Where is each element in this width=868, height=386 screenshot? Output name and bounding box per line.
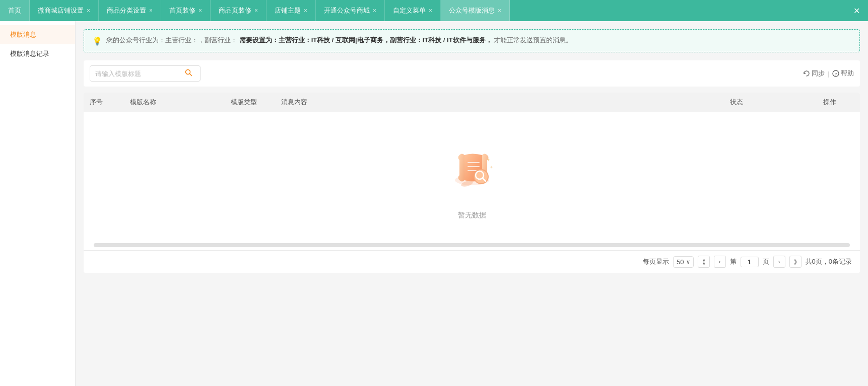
sidebar: 模版消息 模版消息记录 [0,21,76,386]
svg-line-1 [190,74,192,76]
page-size-select[interactable]: 50 ∨ [673,256,693,268]
sync-icon [803,70,810,77]
first-page-icon: ⟪ [702,259,705,265]
close-custom-menu[interactable]: × [429,7,432,14]
page-suffix: 页 [763,257,769,266]
divider: | [828,70,829,78]
pagination-bar: 每页显示 50 ∨ ⟪ ‹ 第 页 › ⟫ [84,250,860,273]
th-action: 操作 [799,93,860,112]
th-status: 状态 [724,93,799,112]
tab-template-msg[interactable]: 公众号模版消息 × [441,0,510,21]
next-page-button[interactable]: › [773,256,785,268]
sync-button[interactable]: 同步 [803,69,825,78]
search-button[interactable] [181,66,196,81]
search-right: 同步 | ? 帮助 [803,69,854,78]
prev-page-icon: ‹ [719,259,721,265]
sidebar-item-template-record[interactable]: 模版消息记录 [0,44,75,63]
first-page-button[interactable]: ⟪ [698,256,710,268]
sidebar-item-template-msg[interactable]: 模版消息 [0,25,75,44]
chevron-down-icon: ∨ [686,259,690,265]
th-name: 模版名称 [124,93,225,112]
search-input-wrap [90,65,201,82]
close-product-page[interactable]: × [254,7,258,14]
close-template-msg[interactable]: × [498,7,501,14]
last-page-button[interactable]: ⟫ [789,256,802,268]
tab-product-page[interactable]: 商品页装修 × [211,0,266,21]
help-icon: ? [832,70,839,77]
page-number-input[interactable] [741,257,759,267]
svg-text:✦: ✦ [490,165,493,170]
search-input[interactable] [90,67,181,81]
scrollbar-area [84,240,860,250]
page-prefix: 第 [730,257,737,266]
search-icon [185,69,192,76]
last-page-icon: ⟫ [794,259,797,265]
table-header: 序号 模版名称 模版类型 消息内容 状态 操作 [84,93,860,112]
tab-home-decor[interactable]: 首页装修 × [161,0,211,21]
tab-bar: 首页 微商城店铺设置 × 商品分类设置 × 首页装修 × 商品页装修 × 店铺主… [0,0,868,21]
horizontal-scrollbar[interactable] [94,243,850,247]
th-content: 消息内容 [275,93,724,112]
help-button[interactable]: ? 帮助 [832,69,854,78]
tab-micro-store[interactable]: 微商城店铺设置 × [30,0,99,21]
data-table: 序号 模版名称 模版类型 消息内容 状态 操作 [84,93,860,273]
prev-page-button[interactable]: ‹ [714,256,726,268]
tab-store-theme[interactable]: 店铺主题 × [266,0,316,21]
notice-box: 💡 您的公众号行业为：主营行业：，副营行业： 需要设置为：主营行业：IT科技 /… [84,29,860,52]
svg-text:?: ? [835,72,837,76]
close-open-mall[interactable]: × [373,7,376,14]
close-store-theme[interactable]: × [304,7,307,14]
empty-text: 暂无数据 [458,211,486,220]
close-micro-store[interactable]: × [87,7,90,14]
search-left [90,65,201,82]
close-all-tabs[interactable]: ✕ [845,6,868,16]
tab-custom-menu[interactable]: 自定义菜单 × [385,0,441,21]
th-seq: 序号 [84,93,124,112]
main-layout: 模版消息 模版消息记录 💡 您的公众号行业为：主营行业：，副营行业： 需要设置为… [0,21,868,386]
th-type: 模版类型 [225,93,275,112]
total-info: 共0页，0条记录 [806,257,852,266]
svg-text:✦: ✦ [486,157,490,163]
empty-state: ✦ ✦ 暂无数据 [84,112,860,240]
bulb-icon: 💡 [92,36,102,46]
tab-open-mall[interactable]: 开通公众号商城 × [316,0,385,21]
search-area: 同步 | ? 帮助 [84,60,860,87]
next-page-icon: › [778,259,780,265]
close-home-decor[interactable]: × [198,7,202,14]
tab-home[interactable]: 首页 [0,0,30,21]
page-size-label: 每页显示 [643,257,669,266]
content-area: 💡 您的公众号行业为：主营行业：，副营行业： 需要设置为：主营行业：IT科技 /… [76,21,868,386]
close-product-cat[interactable]: × [149,7,153,14]
tab-product-cat[interactable]: 商品分类设置 × [99,0,161,21]
notice-text: 您的公众号行业为：主营行业：，副营行业： 需要设置为：主营行业：IT科技 / 互… [106,36,572,45]
empty-illustration: ✦ ✦ [442,142,502,203]
